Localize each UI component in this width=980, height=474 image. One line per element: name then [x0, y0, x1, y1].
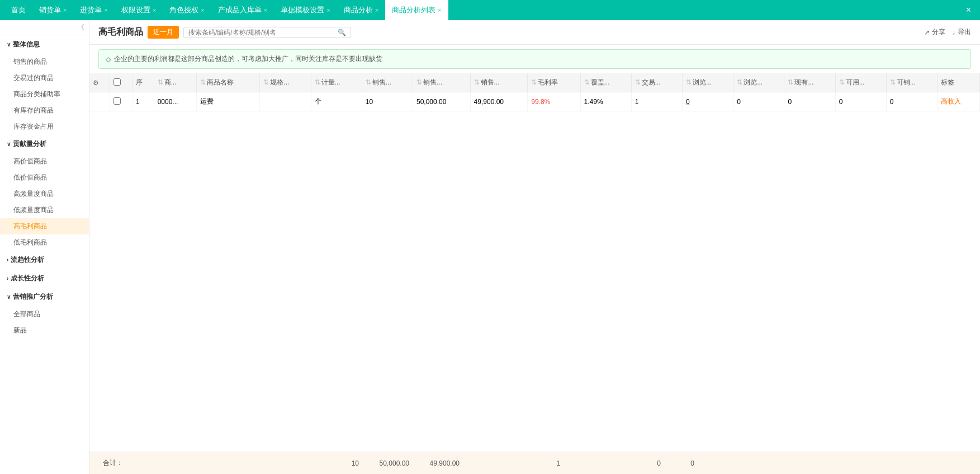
total-spacer2 — [195, 459, 239, 467]
nav-item-role-permission[interactable]: 角色授权× — [163, 0, 211, 20]
total-spacer1 — [127, 459, 195, 467]
col-header-sellable[interactable]: ⇅可销... — [886, 73, 937, 92]
chevron-icon: ∨ — [7, 294, 11, 300]
total-label: 合计： — [98, 458, 127, 468]
nav-close-order-template[interactable]: × — [326, 7, 330, 13]
sellable-cell: 0 — [890, 98, 894, 106]
col-header-unit[interactable]: ⇅计量... — [311, 73, 362, 92]
total-spacer3 — [239, 459, 284, 467]
sales-amount-cell: 50,000.00 — [416, 98, 446, 106]
col-header-margin-rate[interactable]: ⇅毛利率 — [528, 73, 580, 92]
nav-close-product-analysis-list[interactable]: × — [438, 7, 441, 13]
content-area: 高毛利商品 近一月 🔍 ↗ 分享 ↓ 导出 ◇ 企业的主要的利润都是这部分商品创… — [89, 20, 980, 474]
sales-cost-cell: 49,900.00 — [474, 98, 504, 106]
sidebar-group-wealth-analysis[interactable]: ∨ 贡献量分析 — [0, 135, 89, 153]
col-header-trade-count[interactable]: ⇅交易... — [631, 73, 682, 92]
sidebar-item-goods-assist-rate[interactable]: 商品分类辅助率 — [0, 86, 89, 102]
info-text: 企业的主要的利润都是这部分商品创造的，可考虑加大推广，同时关注库存是不要出现缺货 — [114, 54, 382, 64]
nav-item-product-analysis[interactable]: 商品分析× — [337, 0, 385, 20]
sidebar-group-marketing-analysis[interactable]: ∨ 营销推广分析 — [0, 288, 89, 306]
total-available: 0 — [664, 459, 698, 467]
col-header-code[interactable]: ⇅商... — [154, 73, 197, 92]
sidebar-item-sales-goods[interactable]: 销售的商品 — [0, 54, 89, 70]
sidebar-item-new-goods[interactable]: 新品 — [0, 322, 89, 339]
page-title: 高毛利商品 — [98, 26, 143, 38]
sidebar-item-low-margin-goods[interactable]: 低毛利商品 — [0, 234, 89, 251]
col-header-current-stock[interactable]: ⇅现有... — [784, 73, 835, 92]
browse1-cell: 0 — [686, 98, 690, 106]
col-header-sales-amount[interactable]: ⇅销售... — [413, 73, 470, 92]
col-header-sales-qty[interactable]: ⇅销售... — [362, 73, 413, 92]
chevron-icon: ∨ — [7, 141, 11, 147]
nav-close-permission-settings[interactable]: × — [153, 7, 156, 13]
sidebar-item-in-stock-goods[interactable]: 有库存的商品 — [0, 102, 89, 119]
nav-item-product-analysis-list[interactable]: 商品分析列表× — [385, 0, 448, 20]
total-spacer6 — [496, 459, 530, 467]
unit-cell: 个 — [315, 97, 321, 105]
chevron-icon: › — [7, 257, 8, 263]
nav-close-product-analysis[interactable]: × — [375, 7, 378, 13]
export-icon: ↓ — [952, 29, 955, 36]
content-header: 高毛利商品 近一月 🔍 ↗ 分享 ↓ 导出 — [89, 20, 980, 45]
sidebar-toggle[interactable]: 《 — [0, 20, 89, 35]
col-header-browse1[interactable]: ⇅浏览... — [682, 73, 733, 92]
col-header-available[interactable]: ⇅可用... — [835, 73, 886, 92]
total-spacer4 — [284, 459, 329, 467]
data-table: ⚙序⇅商...⇅商品名称⇅规格...⇅计量...⇅销售...⇅销售...⇅销售.… — [89, 73, 980, 111]
header-actions: ↗ 分享 ↓ 导出 — [924, 27, 971, 37]
sidebar-item-all-goods[interactable]: 全部商品 — [0, 306, 89, 322]
select-all-checkbox[interactable] — [113, 78, 121, 86]
total-cells: 10 50,000.00 49,900.00 1 0 0 — [127, 459, 971, 467]
nav-item-sales-order[interactable]: 销货单× — [32, 0, 73, 20]
total-spacer7 — [564, 459, 597, 467]
tag-cell: 高收入 — [941, 97, 961, 105]
nav-item-purchase-order[interactable]: 进货单× — [73, 0, 114, 20]
data-table-wrapper: ⚙序⇅商...⇅商品名称⇅规格...⇅计量...⇅销售...⇅销售...⇅销售.… — [89, 73, 980, 474]
export-button[interactable]: ↓ 导出 — [952, 27, 971, 37]
nav-close-sales-order[interactable]: × — [63, 7, 67, 13]
sidebar-group-overall-info[interactable]: ∨ 整体信息 — [0, 35, 89, 54]
total-sales-amount: 50,000.00 — [362, 459, 413, 467]
nav-item-home[interactable]: 首页 — [4, 0, 32, 20]
sidebar-item-low-freq-goods[interactable]: 低频量度商品 — [0, 202, 89, 218]
info-banner: ◇ 企业的主要的利润都是这部分商品创造的，可考虑加大推广，同时关注库存是不要出现… — [98, 49, 971, 69]
nav-item-product-entry[interactable]: 产成品入库单× — [211, 0, 274, 20]
seq-cell: 1 — [136, 98, 140, 106]
table-row: 10000...运费个1050,000.0049,900.0099.8%1.49… — [89, 92, 980, 111]
sidebar-group-growth-analysis[interactable]: › 成长性分析 — [0, 269, 89, 288]
sidebar-item-high-value-goods[interactable]: 高价值商品 — [0, 153, 89, 170]
settings-icon[interactable]: ⚙ — [93, 79, 99, 87]
collapse-icon: 《 — [77, 22, 84, 32]
nav-close-purchase-order[interactable]: × — [104, 7, 107, 13]
col-header-name[interactable]: ⇅商品名称 — [197, 73, 260, 92]
total-spacer5 — [463, 459, 496, 467]
share-button[interactable]: ↗ 分享 — [924, 27, 945, 37]
nav-close-product-entry[interactable]: × — [264, 7, 267, 13]
sales-qty-cell: 10 — [366, 98, 373, 106]
search-input[interactable] — [188, 29, 338, 36]
total-sales-cost: 49,900.00 — [413, 459, 463, 467]
nav-item-order-template[interactable]: 单据模板设置× — [274, 0, 337, 20]
chevron-icon: ∨ — [7, 41, 11, 48]
col-header-coverage[interactable]: ⇅覆盖... — [580, 73, 631, 92]
nav-item-permission-settings[interactable]: 权限设置× — [115, 0, 163, 20]
col-header-sales-cost[interactable]: ⇅销售... — [470, 73, 528, 92]
search-icon: 🔍 — [338, 29, 346, 36]
top-navigation: 首页销货单×进货单×权限设置×角色授权×产成品入库单×单据模板设置×商品分析×商… — [0, 0, 980, 20]
sidebar-item-high-margin-goods[interactable]: 高毛利商品 — [0, 218, 89, 234]
sidebar-item-traded-goods[interactable]: 交易过的商品 — [0, 70, 89, 86]
row-checkbox[interactable] — [113, 97, 121, 105]
sidebar-group-trend-analysis[interactable]: › 流趋性分析 — [0, 251, 89, 269]
col-header-browse2[interactable]: ⇅浏览... — [733, 73, 784, 92]
close-all-tabs-button[interactable]: × — [962, 5, 976, 15]
sidebar-item-high-freq-goods[interactable]: 高频量度商品 — [0, 186, 89, 202]
col-header-checkbox — [110, 73, 132, 92]
code-cell: 0000... — [158, 98, 178, 106]
sidebar-item-inventory-ratio[interactable]: 库存资金占用 — [0, 119, 89, 135]
tip-icon: ◇ — [106, 55, 111, 63]
filter-period-button[interactable]: 近一月 — [148, 26, 179, 39]
col-header-tag: 标签 — [938, 73, 980, 92]
nav-close-role-permission[interactable]: × — [201, 7, 204, 13]
col-header-spec[interactable]: ⇅规格... — [260, 73, 311, 92]
sidebar-item-low-value-goods[interactable]: 低价值商品 — [0, 170, 89, 186]
